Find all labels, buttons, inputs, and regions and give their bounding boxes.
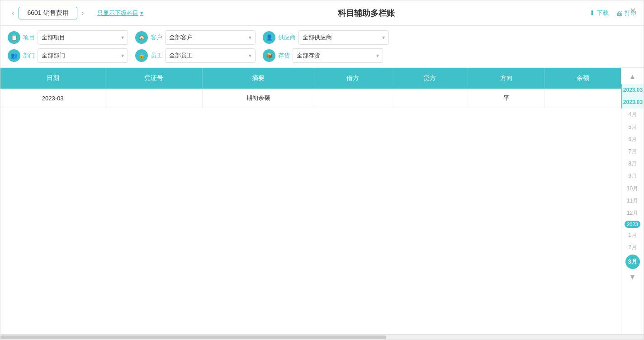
col-date: 日期 <box>0 68 105 89</box>
cell-direction: 平 <box>468 89 545 108</box>
col-voucher: 凭证号 <box>105 68 203 89</box>
chevron-up-icon: ▲ <box>629 73 636 81</box>
customer-icon: 🏠 <box>135 31 148 44</box>
timeline-item-2023-03-a[interactable]: 2023.03 <box>621 84 644 96</box>
timeline-item-3-active[interactable]: 3月 <box>625 255 640 269</box>
cell-balance <box>545 89 621 108</box>
account-code: 6601 销售费用 <box>19 7 77 19</box>
timeline-item-10[interactable]: 10月 <box>621 183 644 195</box>
year-label-2023: 2023 <box>625 221 640 228</box>
main-content: 日期 凭证号 摘要 借方 贷方 方向 余额 2023-03 期初余额 <box>0 68 644 334</box>
department-icon: 👥 <box>8 49 20 62</box>
cell-voucher <box>105 89 203 108</box>
project-arrow: ▾ <box>121 34 124 41</box>
col-debit: 借方 <box>314 68 391 89</box>
department-filter: 👥 部门 全部部门 ▾ <box>8 48 128 63</box>
table-header-row: 日期 凭证号 摘要 借方 贷方 方向 余额 <box>0 68 621 89</box>
col-balance: 余额 <box>545 68 621 89</box>
data-table: 日期 凭证号 摘要 借方 贷方 方向 余额 2023-03 期初余额 <box>0 68 621 108</box>
supplier-arrow: ▾ <box>382 34 385 41</box>
cell-date: 2023-03 <box>0 89 105 108</box>
chevron-down-icon: ▼ <box>629 273 636 281</box>
cell-debit <box>314 89 391 108</box>
filter-row-2: 👥 部门 全部部门 ▾ 🔒 员工 全部员工 ▾ 📦 存货 全部存货 <box>8 48 636 63</box>
download-icon: ⬇ <box>589 9 595 17</box>
filter-row-1: 📋 项目 全部项目 ▾ 🏠 客户 全部客户 ▾ 👤 供应商 全部供应 <box>8 30 636 45</box>
timeline-item-9[interactable]: 9月 <box>621 170 644 182</box>
employee-label: 员工 <box>151 52 162 60</box>
inventory-icon: 📦 <box>263 49 275 62</box>
department-select[interactable]: 全部部门 ▾ <box>38 48 128 63</box>
inventory-label: 存货 <box>278 52 290 60</box>
title-bar: ‹ 6601 销售费用 › 只显示下级科目 ▾ 科目辅助多栏账 ⬇ 下载 🖨 打… <box>0 0 644 26</box>
page-title: 科目辅助多栏账 <box>143 8 589 19</box>
print-icon: 🖨 <box>616 9 623 17</box>
cell-summary: 期初余额 <box>203 89 314 108</box>
timeline-item-8[interactable]: 8月 <box>621 158 644 170</box>
prev-account-btn[interactable]: ‹ <box>8 8 19 19</box>
customer-filter: 🏠 客户 全部客户 ▾ <box>135 30 256 45</box>
timeline-sidebar: ▲ 2023.03 2023.03 4月 5月 6月 7月 8月 9月 10月 … <box>621 68 644 334</box>
bottom-scrollbar[interactable] <box>0 334 644 340</box>
timeline-down-btn[interactable]: ▼ <box>625 270 640 284</box>
timeline-item-2[interactable]: 2月 <box>621 241 644 254</box>
department-label: 部门 <box>23 52 35 60</box>
col-credit: 贷方 <box>391 68 468 89</box>
project-filter: 📋 项目 全部项目 ▾ <box>8 30 128 45</box>
supplier-label: 供应商 <box>278 33 296 42</box>
scrollbar-thumb[interactable] <box>0 335 386 339</box>
timeline-item-7[interactable]: 7月 <box>621 146 644 158</box>
show-sub-button[interactable]: 只显示下级科目 ▾ <box>97 9 143 17</box>
col-summary: 摘要 <box>203 68 314 89</box>
timeline-item-1[interactable]: 1月 <box>621 229 644 241</box>
download-button[interactable]: ⬇ 下载 <box>589 9 609 17</box>
supplier-filter: 👤 供应商 全部供应商 ▾ <box>263 30 389 45</box>
next-account-btn[interactable]: › <box>77 8 88 19</box>
supplier-icon: 👤 <box>263 31 275 44</box>
timeline-item-12[interactable]: 12月 <box>621 207 644 219</box>
customer-arrow: ▾ <box>249 34 251 41</box>
inventory-select[interactable]: 全部存货 ▾ <box>293 48 383 63</box>
timeline-item-6[interactable]: 6月 <box>621 133 644 146</box>
timeline-item-4[interactable]: 4月 <box>621 109 644 121</box>
filter-bar: 📋 项目 全部项目 ▾ 🏠 客户 全部客户 ▾ 👤 供应商 全部供应 <box>0 26 644 68</box>
cell-credit <box>391 89 468 108</box>
employee-icon: 🔒 <box>135 49 148 62</box>
timeline-item-2023-03-b[interactable]: 2023.03 <box>621 96 644 109</box>
inventory-filter: 📦 存货 全部存货 ▾ <box>263 48 383 63</box>
project-label: 项目 <box>23 33 35 42</box>
table-area: 日期 凭证号 摘要 借方 贷方 方向 余额 2023-03 期初余额 <box>0 68 621 334</box>
customer-select[interactable]: 全部客户 ▾ <box>165 30 256 45</box>
customer-label: 客户 <box>151 33 162 42</box>
employee-select[interactable]: 全部员工 ▾ <box>165 48 256 63</box>
close-button[interactable]: ✕ <box>630 6 636 16</box>
main-window: ‹ 6601 销售费用 › 只显示下级科目 ▾ 科目辅助多栏账 ⬇ 下载 🖨 打… <box>0 0 644 340</box>
timeline-item-5[interactable]: 5月 <box>621 121 644 133</box>
project-select[interactable]: 全部项目 ▾ <box>38 30 128 45</box>
timeline-item-11[interactable]: 11月 <box>621 195 644 207</box>
timeline-up-btn[interactable]: ▲ <box>625 70 640 84</box>
department-arrow: ▾ <box>121 52 124 59</box>
employee-arrow: ▾ <box>249 52 251 59</box>
employee-filter: 🔒 员工 全部员工 ▾ <box>135 48 256 63</box>
inventory-arrow: ▾ <box>376 52 379 59</box>
table-row: 2023-03 期初余额 平 <box>0 89 621 108</box>
col-direction: 方向 <box>468 68 545 89</box>
supplier-select[interactable]: 全部供应商 ▾ <box>298 30 389 45</box>
project-icon: 📋 <box>8 31 20 44</box>
